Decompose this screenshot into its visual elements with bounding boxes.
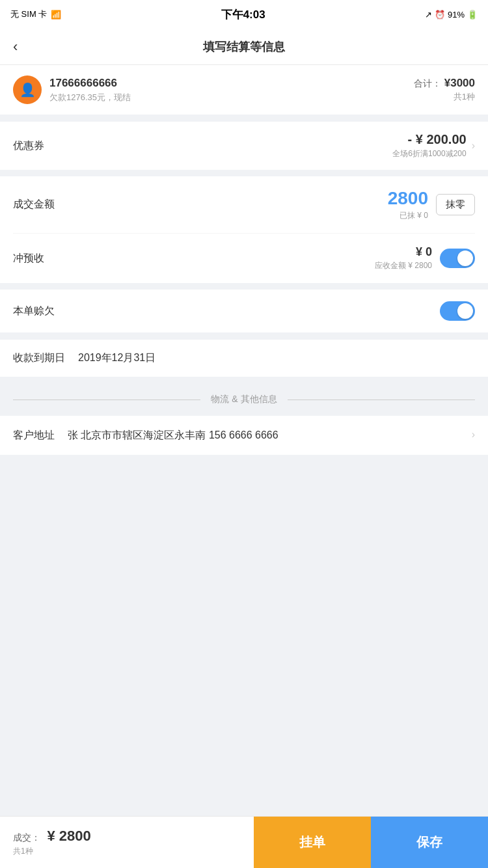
header-line-right [288, 400, 475, 400]
save-button[interactable]: 保存 [371, 817, 488, 869]
amount-right: 2800 已抹 ¥ 0 抹零 [388, 188, 475, 221]
user-count: 共1种 [414, 91, 475, 103]
debt-row: 本单赊欠 [0, 290, 488, 332]
logistics-header-text: 物流 & 其他信息 [211, 394, 277, 405]
no-sim-text: 无 SIM 卡 [10, 8, 47, 20]
prereceive-toggle[interactable] [440, 249, 475, 268]
address-label: 客户地址 [13, 427, 55, 442]
amount-number: 2800 [388, 188, 428, 209]
status-left: 无 SIM 卡 📶 [10, 8, 61, 20]
coupon-right: - ¥ 200.00 全场6折满1000减200 › [392, 132, 475, 159]
section-header-logistics: 物流 & 其他信息 [0, 383, 488, 416]
gap-4 [0, 332, 488, 339]
bottom-deal-amount: ¥ 2800 [47, 828, 90, 844]
wifi-icon: 📶 [51, 10, 61, 20]
prereceive-value-group: ¥ 0 应收金额 ¥ 2800 [375, 245, 432, 271]
coupon-arrow-icon: › [472, 140, 475, 152]
hang-button[interactable]: 挂单 [254, 817, 371, 869]
user-sub-text: 欠款1276.35元，现结 [49, 92, 131, 103]
avatar-icon: 👤 [20, 82, 36, 98]
coupon-row[interactable]: 优惠券 - ¥ 200.00 全场6折满1000减200 › [0, 122, 488, 170]
coupon-value-group: - ¥ 200.00 全场6折满1000减200 [392, 132, 466, 159]
amount-value-group: 2800 已抹 ¥ 0 [388, 188, 428, 221]
coupon-label: 优惠券 [13, 139, 44, 153]
back-button[interactable]: ‹ [8, 33, 23, 61]
bottom-deal-label: 成交： [13, 832, 40, 843]
prereceive-label: 冲预收 [13, 252, 44, 265]
battery-text: 91% [448, 10, 465, 20]
nav-bar: ‹ 填写结算等信息 [0, 29, 488, 65]
bottom-bar: 成交： ¥ 2800 共1种 挂单 保存 [0, 816, 488, 868]
user-info-left: 👤 17666666666 欠款1276.35元，现结 [13, 75, 131, 104]
amount-section: 成交金额 2800 已抹 ¥ 0 抹零 冲预收 ¥ 0 应收金额 ¥ 2800 [0, 176, 488, 283]
gap-6 [0, 455, 488, 585]
avatar: 👤 [13, 75, 42, 104]
status-time: 下午4:03 [221, 7, 265, 22]
address-arrow-icon: › [472, 427, 475, 441]
amount-sub: 已抹 ¥ 0 [388, 210, 428, 221]
gap-2 [0, 170, 488, 176]
address-value: 张 北京市市辖区海淀区永丰南 156 6666 6666 [68, 427, 467, 443]
user-details: 17666666666 欠款1276.35元，现结 [49, 77, 131, 103]
user-info-right: 合计： ¥3000 共1种 [414, 77, 475, 103]
coupon-discount: - ¥ 200.00 [392, 132, 466, 147]
page-title: 填写结算等信息 [203, 39, 285, 55]
location-icon: ↗ [425, 10, 432, 20]
bottom-deal-count: 共1种 [13, 846, 241, 857]
round-button[interactable]: 抹零 [436, 194, 475, 215]
total-label: 合计： [414, 78, 441, 88]
total-amount: ¥3000 [444, 77, 475, 89]
bottom-summary: 成交： ¥ 2800 共1种 [0, 828, 254, 857]
duedate-row: 收款到期日 2019年12月31日 [0, 340, 488, 377]
status-bar: 无 SIM 卡 📶 下午4:03 ↗ ⏰ 91% 🔋 [0, 0, 488, 29]
amount-label: 成交金额 [13, 198, 55, 211]
gap-5 [0, 377, 488, 383]
coupon-desc: 全场6折满1000减200 [392, 148, 466, 159]
alarm-icon: ⏰ [435, 10, 445, 20]
status-right: ↗ ⏰ 91% 🔋 [425, 10, 478, 20]
user-phone: 17666666666 [49, 77, 131, 90]
header-line-left [13, 400, 200, 400]
gap-1 [0, 115, 488, 121]
address-row[interactable]: 客户地址 张 北京市市辖区海淀区永丰南 156 6666 6666 › [0, 416, 488, 455]
prereceive-sub: 应收金额 ¥ 2800 [375, 260, 432, 271]
bottom-deal-row: 成交： ¥ 2800 [13, 828, 241, 845]
gap-3 [0, 283, 488, 290]
prereceive-row: 冲预收 ¥ 0 应收金额 ¥ 2800 [13, 234, 475, 283]
debt-toggle[interactable] [440, 301, 475, 321]
debt-label: 本单赊欠 [13, 305, 55, 318]
prereceive-right: ¥ 0 应收金额 ¥ 2800 [375, 245, 475, 271]
prereceive-amount: ¥ 0 [375, 245, 432, 259]
battery-icon: 🔋 [467, 10, 478, 20]
user-total-row: 合计： ¥3000 [414, 77, 475, 90]
content: 👤 17666666666 欠款1276.35元，现结 合计： ¥3000 共1… [0, 65, 488, 637]
user-card: 👤 17666666666 欠款1276.35元，现结 合计： ¥3000 共1… [0, 65, 488, 115]
amount-row: 成交金额 2800 已抹 ¥ 0 抹零 [13, 176, 475, 234]
duedate-value: 2019年12月31日 [78, 351, 156, 365]
duedate-label: 收款到期日 [13, 351, 65, 365]
